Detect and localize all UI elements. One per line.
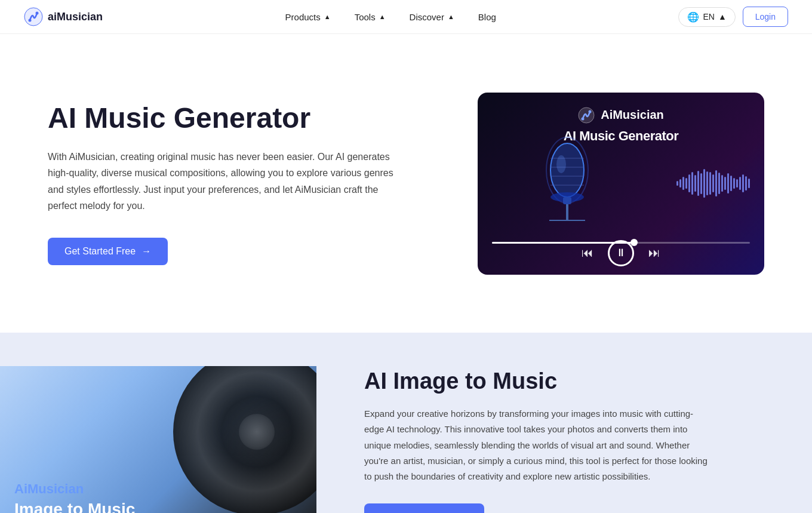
section2-image: AiMusician Image to Music	[0, 366, 316, 513]
waveform-bar	[694, 175, 696, 192]
waveform-bar	[691, 172, 693, 195]
s2-title: AI Image to Music	[364, 368, 764, 394]
waveform-bar	[745, 176, 747, 191]
chevron-down-icon: ▲	[379, 13, 386, 20]
login-button[interactable]: Login	[743, 7, 788, 27]
waveform-bar	[685, 178, 687, 189]
vc-brand: AiMusician	[601, 108, 664, 122]
waveform-bar	[724, 177, 726, 190]
navbar: aiMusician Products ▲ Tools ▲ Discover ▲…	[0, 0, 812, 34]
waveform-bar	[712, 174, 714, 192]
rewind-button[interactable]: ⏮	[582, 246, 593, 260]
chevron-up-icon: ▲	[718, 12, 727, 21]
svg-point-2	[36, 12, 39, 15]
waveform-bar	[703, 169, 705, 198]
fast-forward-button[interactable]: ⏭	[648, 246, 660, 260]
waveform-bar	[739, 177, 741, 190]
svg-point-9	[550, 143, 584, 197]
chevron-down-icon: ▲	[324, 13, 331, 20]
vc-controls: ⏮ ⏸ ⏭	[582, 240, 660, 266]
logo[interactable]: aiMusician	[24, 7, 103, 26]
svg-rect-16	[563, 197, 571, 204]
nav-links: Products ▲ Tools ▲ Discover ▲ Blog	[276, 7, 506, 27]
pause-button[interactable]: ⏸	[608, 240, 634, 266]
hero-text: AI Music Generator With AiMusician, crea…	[48, 102, 394, 265]
vc-waveform	[676, 168, 750, 198]
svg-point-14	[556, 155, 566, 173]
s2-description: Expand your creative horizons by transfo…	[364, 406, 710, 484]
waveform-bar	[700, 173, 702, 194]
vc-logo-icon	[578, 107, 595, 124]
svg-point-1	[29, 19, 32, 22]
waveform-bar	[715, 170, 717, 196]
nav-tools[interactable]: Tools ▲	[345, 7, 395, 27]
vinyl-center	[239, 414, 275, 450]
svg-point-5	[589, 110, 592, 113]
waveform-bar	[721, 175, 723, 192]
mic-illustration	[513, 125, 621, 221]
nav-actions: 🌐 EN ▲ Login	[678, 7, 788, 27]
logo-icon	[24, 7, 43, 26]
waveform-bar	[748, 179, 750, 188]
waveform-bar	[697, 171, 699, 196]
svg-point-4	[582, 117, 585, 120]
hero-title: AI Music Generator	[48, 102, 394, 134]
s2-get-started-button[interactable]: Get Started Free →	[364, 503, 484, 513]
section2: AiMusician Image to Music AI Image to Mu…	[0, 333, 812, 513]
nav-discover[interactable]: Discover ▲	[400, 7, 464, 27]
nav-products[interactable]: Products ▲	[276, 7, 340, 27]
nav-blog[interactable]: Blog	[469, 7, 506, 27]
arrow-right-icon: →	[142, 246, 151, 257]
section2-content: AI Image to Music Expand your creative h…	[316, 333, 812, 513]
globe-icon: 🌐	[687, 11, 699, 23]
waveform-bar	[679, 179, 681, 188]
get-started-button[interactable]: Get Started Free →	[48, 238, 168, 265]
video-card: AiMusician AI Music Generator	[478, 93, 764, 275]
language-selector[interactable]: 🌐 EN ▲	[678, 7, 735, 27]
hero-media: AiMusician AI Music Generator	[478, 93, 764, 275]
chevron-down-icon: ▲	[448, 13, 454, 20]
waveform-bar	[709, 172, 711, 195]
waveform-bar	[742, 174, 744, 192]
logo-text: aiMusician	[48, 11, 103, 23]
waveform-bar	[736, 179, 738, 188]
waveform-bar	[730, 176, 732, 191]
waveform-bar	[706, 171, 708, 195]
waveform-bar	[727, 173, 729, 193]
waveform-bar	[688, 174, 690, 192]
waveform-bar	[733, 178, 735, 189]
waveform-bar	[676, 181, 678, 186]
hero-section: AI Music Generator With AiMusician, crea…	[0, 34, 812, 333]
hero-description: With AiMusician, creating original music…	[48, 149, 394, 214]
waveform-bar	[682, 177, 684, 190]
waveform-bar	[718, 173, 720, 194]
vc-header: AiMusician	[578, 107, 664, 124]
